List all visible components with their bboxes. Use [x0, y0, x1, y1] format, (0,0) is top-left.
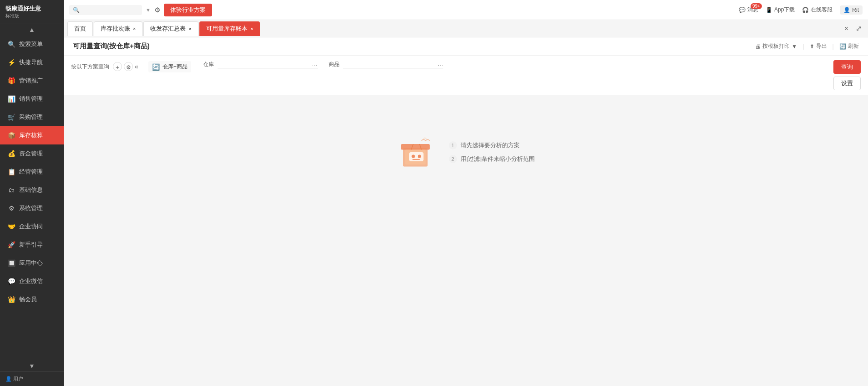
tip-num-1: 1: [449, 141, 457, 149]
query-action-buttons: 查询 设置: [833, 60, 861, 90]
sidebar-label-finance: 资金管理: [19, 149, 43, 158]
topbar-search-input[interactable]: [81, 7, 127, 13]
app-label: App下载: [774, 6, 795, 14]
tab-expand-btn[interactable]: ⤢: [853, 23, 864, 34]
export-button[interactable]: ⬆ 导出: [810, 42, 827, 50]
sidebar-bottom-user[interactable]: 👤 用户: [0, 371, 64, 386]
divider2: |: [832, 43, 834, 50]
sidebar-icon-vip: 👑: [7, 296, 15, 303]
tab-batch-account-close[interactable]: ×: [133, 26, 136, 31]
topbar-app-download[interactable]: 📱 App下载: [766, 6, 795, 14]
sidebar-scroll-up[interactable]: ▲: [0, 24, 64, 35]
sidebar-item-shortcut[interactable]: ⚡快捷导航: [0, 53, 64, 72]
sidebar-item-apps[interactable]: 🔲应用中心: [0, 254, 64, 272]
query-toolbar: + ⚙ «: [113, 60, 138, 71]
topbar-user[interactable]: 👤 Rit: [840, 5, 863, 15]
product-input[interactable]: [343, 61, 437, 67]
topbar-trial-button[interactable]: 体验行业方案: [164, 4, 212, 16]
sidebar-label-wechat: 企业微信: [19, 277, 43, 285]
sidebar-item-inventory[interactable]: 📦库存核算: [0, 126, 64, 144]
settings-button[interactable]: 设置: [833, 77, 861, 90]
sidebar-item-vip[interactable]: 👑畅会员: [0, 290, 64, 309]
scheme-label: 仓库+商品: [162, 63, 188, 71]
product-more-icon[interactable]: …: [437, 60, 443, 67]
tip-text-2: 用[过滤]条件来缩小分析范围: [461, 155, 535, 163]
tab-batch-account[interactable]: 库存批次账 ×: [94, 21, 142, 36]
sidebar-item-search[interactable]: 🔍搜索菜单: [0, 35, 64, 53]
settings-scheme-btn[interactable]: ⚙: [124, 62, 133, 71]
query-panel: 按以下方案查询 + ⚙ « 🔄 仓库+商品 仓库 …: [64, 56, 868, 95]
warehouse-input-wrap: …: [218, 60, 318, 68]
topbar-gear-icon[interactable]: ⚙: [154, 6, 160, 14]
sidebar-icon-marketing_promo: 🎁: [7, 77, 15, 84]
sidebar-item-guide[interactable]: 🚀新手引导: [0, 236, 64, 254]
sidebar-item-marketing_promo[interactable]: 🎁营销推广: [0, 72, 64, 90]
message-badge: 99+: [751, 3, 762, 9]
warehouse-input[interactable]: [218, 61, 312, 67]
query-left: 按以下方案查询 + ⚙ «: [71, 60, 144, 71]
sidebar-icon-shortcut: ⚡: [7, 59, 15, 66]
sidebar-label-apps: 应用中心: [19, 259, 43, 267]
topbar-message[interactable]: 💬 消息 99+: [739, 6, 758, 14]
topbar-chevron-icon[interactable]: ▼: [146, 7, 151, 13]
logo-sub: 标准版: [5, 13, 58, 19]
page-content: 可用量查询(按仓库+商品) 🖨 按模板打印 ▼ | ⬆ 导出 | 🔄 刷新: [64, 37, 868, 386]
app-icon: 📱: [766, 7, 772, 13]
sidebar-icon-operations: 📋: [7, 168, 15, 175]
scheme-item[interactable]: 🔄 仓库+商品: [144, 60, 196, 73]
svg-rect-8: [412, 159, 420, 160]
sidebar-item-system[interactable]: ⚙系统管理: [0, 199, 64, 217]
sidebar-item-sales[interactable]: 📊销售管理: [0, 90, 64, 108]
svg-point-7: [418, 154, 421, 158]
divider1: |: [802, 43, 804, 50]
topbar-online-service[interactable]: 🎧 在线客服: [802, 6, 832, 14]
sidebar-label-guide: 新手引导: [19, 241, 43, 249]
sidebar-label-sales: 销售管理: [19, 95, 43, 103]
sidebar-item-finance[interactable]: 💰资金管理: [0, 144, 64, 163]
query-button[interactable]: 查询: [833, 60, 861, 74]
refresh-button[interactable]: 🔄 刷新: [839, 42, 859, 50]
sidebar-icon-cooperation: 🤝: [7, 223, 15, 230]
sidebar-icon-guide: 🚀: [7, 241, 15, 248]
empty-icon-area: 1 请先选择要分析的方案 2 用[过滤]条件来缩小分析范围: [397, 132, 535, 173]
print-icon: 🖨: [755, 43, 761, 50]
tab-close-all-btn[interactable]: ×: [842, 24, 851, 34]
sidebar-item-basic[interactable]: 🗂基础信息: [0, 181, 64, 199]
tab-available-ledger-label: 可用量库存账本: [206, 25, 248, 33]
tab-stock-summary-close[interactable]: ×: [188, 26, 191, 31]
collapse-icon[interactable]: «: [135, 63, 138, 70]
sidebar-scroll-down[interactable]: ▼: [0, 360, 64, 371]
main-area: 🔍 ▼ ⚙ 体验行业方案 💬 消息 99+ 📱 App下载 🎧 在线客服 👤 R: [64, 0, 868, 386]
sidebar-item-wechat[interactable]: 💬企业微信: [0, 272, 64, 290]
tab-available-ledger-close[interactable]: ×: [250, 26, 253, 31]
service-icon: 🎧: [802, 7, 809, 13]
service-label: 在线客服: [811, 6, 832, 14]
sidebar-item-purchase[interactable]: 🛒采购管理: [0, 108, 64, 126]
empty-tips: 1 请先选择要分析的方案 2 用[过滤]条件来缩小分析范围: [449, 141, 535, 163]
tab-stock-summary-label: 收发存汇总表: [150, 25, 186, 33]
tab-stock-summary[interactable]: 收发存汇总表 ×: [143, 21, 198, 36]
empty-state: 1 请先选择要分析的方案 2 用[过滤]条件来缩小分析范围: [64, 95, 868, 209]
scheme-icon: 🔄: [152, 63, 160, 71]
sidebar-label-search: 搜索菜单: [19, 40, 43, 48]
warehouse-more-icon[interactable]: …: [312, 60, 318, 67]
query-label: 按以下方案查询: [71, 60, 109, 71]
sidebar-icon-finance: 💰: [7, 150, 15, 157]
tab-home[interactable]: 首页: [67, 21, 93, 36]
print-chevron-icon: ▼: [792, 43, 797, 50]
svg-rect-1: [401, 144, 430, 150]
sidebar-item-operations[interactable]: 📋经营管理: [0, 163, 64, 181]
tab-home-label: 首页: [74, 25, 86, 33]
empty-tip-1: 1 请先选择要分析的方案: [449, 141, 535, 149]
sidebar-icon-sales: 📊: [7, 95, 15, 103]
tab-available-ledger[interactable]: 可用量库存账本 ×: [199, 21, 260, 36]
sidebar-icon-apps: 🔲: [7, 259, 15, 267]
sidebar-label-cooperation: 企业协同: [19, 222, 43, 231]
add-scheme-btn[interactable]: +: [113, 62, 122, 71]
sidebar-item-cooperation[interactable]: 🤝企业协同: [0, 217, 64, 236]
sidebar-logo: 畅康通好生意 标准版: [0, 0, 64, 24]
export-label: 导出: [816, 42, 827, 50]
print-template-button[interactable]: 🖨 按模板打印 ▼: [755, 42, 797, 50]
export-icon: ⬆: [810, 43, 814, 50]
sidebar-label-purchase: 采购管理: [19, 113, 43, 121]
